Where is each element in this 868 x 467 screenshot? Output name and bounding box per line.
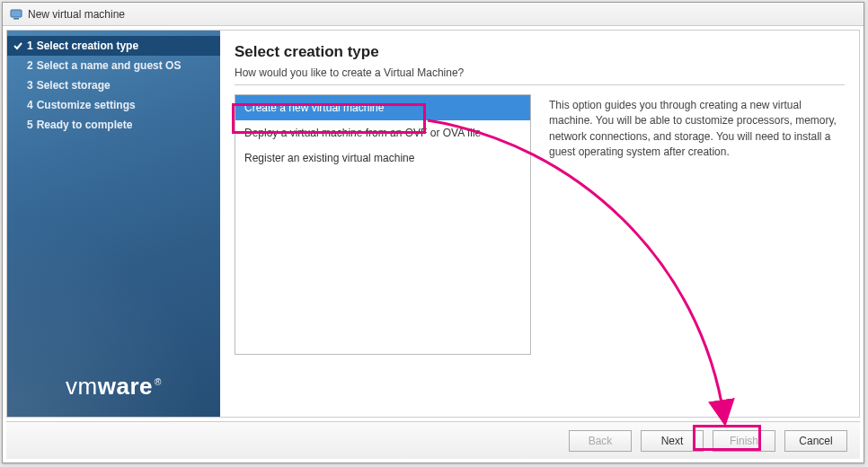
step-number: 5 bbox=[27, 119, 33, 131]
wizard-body: 1 Select creation type 2 Select a name a… bbox=[6, 30, 860, 418]
option-register-existing[interactable]: Register an existing virtual machine bbox=[235, 145, 530, 171]
brand-vm: vm bbox=[66, 373, 98, 400]
step-number: 3 bbox=[27, 79, 33, 92]
step-label: Select a name and guest OS bbox=[37, 59, 182, 72]
step-select-storage[interactable]: 3 Select storage bbox=[7, 75, 220, 95]
step-label: Select storage bbox=[37, 79, 111, 92]
checkmark-icon bbox=[13, 40, 23, 51]
step-label: Customize settings bbox=[37, 99, 136, 111]
vmware-logo: vmware® bbox=[7, 373, 220, 401]
option-create-new-vm[interactable]: Create a new virtual machine bbox=[235, 95, 530, 120]
vm-icon bbox=[10, 8, 22, 21]
wizard-main: Select creation type How would you like … bbox=[220, 31, 859, 417]
titlebar: New virtual machine bbox=[3, 3, 864, 26]
svg-rect-0 bbox=[11, 10, 22, 17]
window-title: New virtual machine bbox=[28, 8, 125, 21]
divider bbox=[235, 84, 845, 85]
page-subtitle: How would you like to create a Virtual M… bbox=[235, 66, 845, 79]
step-number: 4 bbox=[27, 99, 33, 111]
option-deploy-ovf-ova[interactable]: Deploy a virtual machine from an OVF or … bbox=[235, 120, 530, 145]
wizard-window: New virtual machine 1 Select creation ty… bbox=[2, 2, 864, 463]
page-title: Select creation type bbox=[235, 43, 845, 61]
wizard-footer: Back Next Finish Cancel bbox=[6, 421, 860, 459]
step-list: 1 Select creation type 2 Select a name a… bbox=[7, 31, 220, 135]
creation-type-list[interactable]: Create a new virtual machine Deploy a vi… bbox=[235, 94, 531, 355]
content-row: Create a new virtual machine Deploy a vi… bbox=[235, 94, 845, 417]
step-label: Select creation type bbox=[37, 40, 138, 52]
step-select-creation-type[interactable]: 1 Select creation type bbox=[7, 36, 220, 56]
back-button[interactable]: Back bbox=[569, 430, 632, 452]
svg-rect-1 bbox=[13, 18, 19, 20]
option-description: This option guides you through creating … bbox=[549, 94, 845, 417]
step-customize-settings[interactable]: 4 Customize settings bbox=[7, 95, 220, 115]
step-select-name-guest-os[interactable]: 2 Select a name and guest OS bbox=[7, 56, 220, 75]
brand-ware: ware bbox=[98, 373, 153, 400]
cancel-button[interactable]: Cancel bbox=[784, 430, 847, 452]
finish-button[interactable]: Finish bbox=[713, 430, 775, 452]
step-number: 1 bbox=[27, 40, 33, 52]
wizard-sidebar: 1 Select creation type 2 Select a name a… bbox=[7, 31, 220, 417]
brand-reg: ® bbox=[155, 377, 162, 387]
step-label: Ready to complete bbox=[37, 119, 133, 131]
next-button[interactable]: Next bbox=[641, 430, 704, 452]
step-ready-to-complete[interactable]: 5 Ready to complete bbox=[7, 115, 220, 135]
step-number: 2 bbox=[27, 59, 33, 72]
